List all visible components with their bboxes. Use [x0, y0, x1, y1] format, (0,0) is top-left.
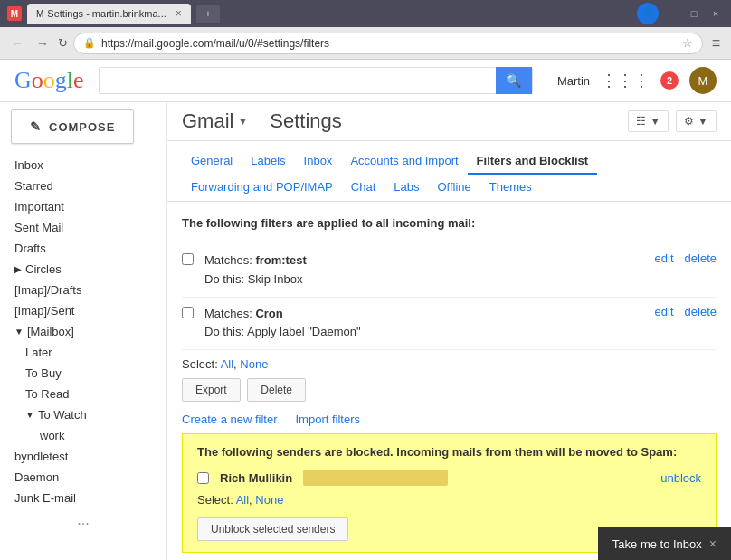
- refresh-button[interactable]: ↻: [58, 36, 68, 50]
- compose-label: COMPOSE: [49, 120, 115, 134]
- sidebar-item-daemon[interactable]: Daemon: [0, 467, 159, 488]
- new-tab-icon: +: [205, 8, 211, 19]
- create-filter-row: Create a new filter Import filters: [182, 413, 717, 426]
- filters-section-title: The following filters are applied to all…: [182, 216, 717, 230]
- toast-close-icon[interactable]: ×: [709, 536, 717, 551]
- main-content: Gmail ▼ Settings ☷ ▼ ⚙ ▼ General: [167, 102, 731, 560]
- sidebar-item-starred[interactable]: Starred: [0, 176, 159, 196]
- filters-content: The following filters are applied to all…: [167, 202, 731, 560]
- user-avatar[interactable]: M: [689, 67, 717, 94]
- filter-checkbox-2[interactable]: [182, 307, 194, 318]
- settings-tabs: General Labels Inbox Accounts and Import…: [167, 141, 731, 202]
- tab-forwarding[interactable]: Forwarding and POP/IMAP: [182, 175, 342, 201]
- grid-icon: ☷: [636, 115, 646, 128]
- sidebar-item-imap-sent[interactable]: [Imap]/Sent: [0, 300, 159, 321]
- active-tab[interactable]: M Settings - martin.brinkma... ×: [27, 4, 191, 24]
- mailbox-expander-icon: ▼: [14, 327, 24, 337]
- sidebar-item-junk[interactable]: Junk E-mail: [0, 488, 159, 508]
- gmail-dropdown-icon[interactable]: ▼: [237, 115, 248, 128]
- settings-gear-button[interactable]: ⚙ ▼: [676, 110, 717, 132]
- sidebar-item-mailbox[interactable]: ▼ [Mailbox]: [0, 321, 159, 342]
- delete-button[interactable]: Delete: [247, 378, 306, 402]
- sidebar-item-circles[interactable]: ▶ Circles: [0, 259, 159, 280]
- select-all-link[interactable]: All: [221, 357, 233, 371]
- tab-general[interactable]: General: [182, 148, 242, 175]
- sidebar-item-byndletest[interactable]: byndletest: [0, 446, 159, 467]
- compose-button[interactable]: ✎ COMPOSE: [11, 109, 134, 144]
- blocked-name-1: Rich Mullikin: [220, 471, 292, 485]
- url-bar[interactable]: 🔒 https://mail.google.com/mail/u/0/#sett…: [73, 33, 703, 54]
- minimize-button[interactable]: −: [664, 5, 680, 22]
- sidebar-item-to-buy[interactable]: To Buy: [0, 363, 159, 384]
- filter-text-2: Matches: Cron Do this: Apply label "Daem…: [204, 305, 644, 343]
- sidebar-item-to-read[interactable]: To Read: [0, 384, 159, 404]
- blocked-select-all[interactable]: All: [236, 493, 249, 507]
- sidebar-item-important[interactable]: Important: [0, 196, 159, 217]
- filter-delete-2[interactable]: delete: [685, 305, 717, 318]
- blocked-email-bar-1: [303, 470, 448, 486]
- close-button[interactable]: ×: [707, 5, 724, 22]
- tab-offline[interactable]: Offline: [428, 175, 479, 201]
- create-filter-link[interactable]: Create a new filter: [182, 413, 278, 426]
- sidebar-item-drafts[interactable]: Drafts: [0, 238, 159, 259]
- filter-row-2: Matches: Cron Do this: Apply label "Daem…: [182, 298, 717, 351]
- sidebar-item-work[interactable]: work: [0, 425, 159, 446]
- tab-accounts-import[interactable]: Accounts and Import: [341, 148, 467, 175]
- maximize-button[interactable]: □: [686, 5, 702, 22]
- select-row: Select: All, None: [182, 357, 717, 371]
- new-tab[interactable]: +: [196, 5, 220, 23]
- user-name: Martin: [557, 74, 590, 88]
- back-button[interactable]: ←: [7, 34, 27, 52]
- sidebar-item-sent[interactable]: Sent Mail: [0, 217, 159, 238]
- blocked-row-1: Rich Mullikin unblock: [197, 470, 701, 486]
- tab-chat[interactable]: Chat: [342, 175, 384, 201]
- tab-labels[interactable]: Labels: [242, 148, 294, 175]
- tab-title: Settings - martin.brinkma...: [47, 8, 166, 19]
- unblock-selected-button[interactable]: Unblock selected senders: [197, 517, 348, 541]
- sidebar-item-imap-drafts[interactable]: [Imap]/Drafts: [0, 280, 159, 300]
- search-input[interactable]: [100, 74, 496, 88]
- unblock-link-1[interactable]: unblock: [660, 471, 701, 485]
- browser-menu-button[interactable]: ≡: [708, 35, 724, 52]
- filter-text-1: Matches: from:test Do this: Skip Inbox: [204, 252, 644, 289]
- filter-checkbox-1[interactable]: [182, 253, 194, 265]
- export-button[interactable]: Export: [182, 378, 241, 402]
- blocked-checkbox-1[interactable]: [197, 472, 209, 484]
- action-row: Export Delete: [182, 378, 717, 402]
- filter-actions-1: edit delete: [655, 252, 717, 265]
- blocked-select-row: Select: All, None: [197, 493, 701, 507]
- filter-edit-2[interactable]: edit: [655, 305, 674, 318]
- inbox-toast-label: Take me to Inbox: [612, 537, 702, 551]
- blocked-title: The following senders are blocked. Incom…: [197, 445, 701, 459]
- filter-edit-1[interactable]: edit: [655, 252, 674, 265]
- notification-badge[interactable]: 2: [660, 71, 679, 90]
- apps-icon[interactable]: ⋮⋮⋮: [601, 71, 650, 90]
- select-none-link[interactable]: None: [240, 357, 268, 371]
- gmail-label: Gmail ▼: [182, 109, 248, 133]
- inbox-toast[interactable]: Take me to Inbox ×: [598, 527, 731, 560]
- filter-delete-1[interactable]: delete: [685, 252, 717, 265]
- profile-icon-titlebar[interactable]: 👤: [637, 3, 659, 24]
- import-filters-link[interactable]: Import filters: [296, 413, 361, 426]
- gmail-favicon: M: [7, 6, 22, 21]
- url-icons: ☆: [682, 36, 693, 50]
- compose-pencil-icon: ✎: [30, 119, 42, 134]
- tab-close-icon[interactable]: ×: [176, 7, 182, 20]
- tab-themes[interactable]: Themes: [480, 175, 541, 201]
- search-button[interactable]: 🔍: [496, 67, 532, 94]
- sidebar-item-to-watch[interactable]: ▼ To Watch: [0, 404, 159, 425]
- sidebar-item-inbox[interactable]: Inbox: [0, 155, 159, 176]
- address-bar: ← → ↻ 🔒 https://mail.google.com/mail/u/0…: [0, 27, 731, 60]
- tab-filters[interactable]: Filters and Blocklist: [468, 148, 598, 175]
- bookmark-icon[interactable]: ☆: [682, 36, 693, 50]
- blocked-select-none[interactable]: None: [255, 493, 283, 507]
- more-button[interactable]: ···: [77, 516, 89, 531]
- filter-actions-2: edit delete: [655, 305, 717, 318]
- sidebar-item-later[interactable]: Later: [0, 342, 159, 363]
- search-box[interactable]: 🔍: [99, 67, 533, 94]
- tab-inbox[interactable]: Inbox: [295, 148, 342, 175]
- forward-button[interactable]: →: [33, 34, 52, 52]
- view-toggle-button[interactable]: ☷ ▼: [628, 110, 669, 132]
- google-header: Google 🔍 Martin ⋮⋮⋮ 2 M: [0, 60, 731, 102]
- tab-labs[interactable]: Labs: [384, 175, 428, 201]
